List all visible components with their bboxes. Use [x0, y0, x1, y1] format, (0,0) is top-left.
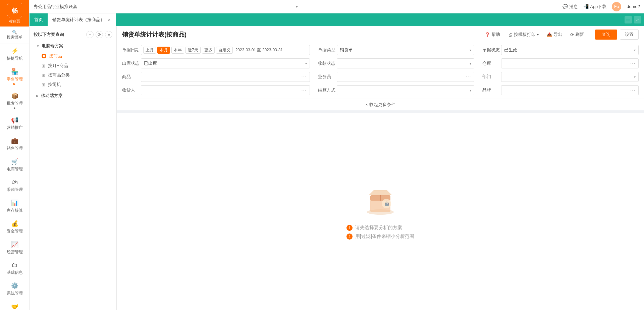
scheme-by-category[interactable]: ⊞ 按商品分类 — [36, 70, 116, 80]
tabbar-maximize-btn[interactable]: ⤢ — [634, 16, 641, 23]
sidebar-logo[interactable]: 畅 标账页 — [0, 0, 29, 27]
tabbar-minimize-btn[interactable]: — — [625, 16, 632, 23]
product-control[interactable]: ··· — [141, 72, 310, 82]
message-action[interactable]: 💬 消息 — [562, 4, 578, 10]
filter-product: 商品 ··· — [122, 72, 310, 82]
filter-date: 单据日期 上月 本月 本年 近7天 更多 自定义 2023-03-01 至 20… — [122, 45, 310, 55]
sidebar-item-marketing[interactable]: 📢 营销推广 — [0, 113, 29, 134]
scheme-by-product[interactable]: 按商品 — [36, 51, 116, 61]
sidebar-item-sales[interactable]: 💼 销售管理 — [0, 134, 29, 155]
help-icon: ❓ — [485, 32, 490, 37]
app-download-action[interactable]: 📲 App下载 — [583, 4, 606, 10]
brand-dots: ··· — [630, 87, 636, 93]
avatar-text: Ea — [614, 4, 619, 9]
empty-state: 🤖 1 请先选择要分析的方案 2 用[过滤]条件来缩小分析范围 — [117, 113, 644, 310]
more-btn[interactable]: 更多 — [202, 47, 215, 54]
operations-icon: 📈 — [11, 241, 18, 248]
scheme-by-month-product-label: 按月+商品 — [48, 63, 68, 69]
username[interactable]: demo2 — [627, 4, 640, 9]
scheme-category-icon: ⊞ — [42, 73, 45, 78]
filter-row-2: 出库状态 已出库 ▾ 收款状态 ▾ — [122, 58, 639, 68]
export-btn[interactable]: 📤 导出 — [544, 30, 565, 39]
brand-control[interactable]: ··· — [501, 85, 639, 95]
out-status-control[interactable]: 已出库 ▾ — [141, 58, 310, 68]
add-scheme-btn[interactable]: ＋ — [86, 31, 94, 38]
consignee-control[interactable]: ··· — [141, 85, 310, 95]
payment-control[interactable]: ▾ — [337, 85, 474, 95]
mobile-scheme-label: 移动端方案 — [41, 93, 63, 99]
this-year-btn[interactable]: 本年 — [171, 47, 184, 54]
query-button[interactable]: 查询 — [595, 30, 617, 40]
sidebar-item-system[interactable]: ⚙️ 系统管理 — [0, 279, 29, 300]
doc-status-caret-icon: ▾ — [634, 48, 636, 52]
left-panel-title: 按以下方案查询 — [34, 32, 64, 38]
doc-status-control[interactable]: 已生效 ▾ — [501, 45, 639, 55]
custom-btn[interactable]: 自定义 — [216, 47, 233, 54]
sidebar-ecommerce-label: 电商管理 — [7, 166, 23, 172]
print-btn[interactable]: 🖨 按模板打印 ▾ — [505, 30, 541, 39]
purchase-icon: 🛍 — [12, 179, 18, 186]
svg-marker-8 — [369, 190, 392, 195]
page-title: 销货单统计计表(按商品) — [122, 31, 186, 39]
sidebar-item-wholesale[interactable]: 📦 批发管理 ▲ — [0, 89, 29, 113]
svg-text:畅: 畅 — [12, 7, 18, 14]
sidebar-operations-label: 经营管理 — [7, 249, 23, 255]
wholesale-icon: 📦 — [11, 92, 18, 100]
filter-brand: 品牌 ··· — [482, 85, 639, 95]
topbar-dropdown-icon[interactable]: ▾ — [296, 4, 298, 9]
download-icon: 📲 — [583, 4, 589, 9]
empty-tip-1: 1 请先选择要分析的方案 — [346, 225, 414, 231]
sidebar-search-item[interactable]: 🔍 搜索菜单 — [0, 27, 29, 44]
filter-row-4: 收货人 ··· 结算方式 ▾ 品牌 — [122, 85, 639, 95]
filter-payment: 结算方式 ▾ — [318, 85, 474, 95]
message-label: 消息 — [569, 4, 578, 10]
product-label: 商品 — [122, 74, 141, 80]
sidebar-item-enterprise[interactable]: 🤝 企业协同 — [0, 300, 29, 310]
sidebar-item-quick-nav[interactable]: ⚡ 快捷导航 — [0, 44, 29, 65]
salesperson-control[interactable]: ··· — [337, 72, 474, 82]
date-range-control[interactable]: 上月 本月 本年 近7天 更多 自定义 2023-03-01 至 2023-03… — [141, 45, 310, 55]
user-avatar[interactable]: Ea — [612, 2, 621, 11]
settings-button[interactable]: 设置 — [620, 30, 639, 40]
desktop-scheme-label: 电脑端方案 — [42, 43, 63, 49]
tree-mobile-scheme[interactable]: ▶ 移动端方案 — [30, 91, 116, 101]
scheme-by-category-label: 按商品分类 — [48, 72, 70, 78]
department-label: 部门 — [482, 74, 501, 80]
collapse-panel-btn[interactable]: « — [105, 31, 112, 38]
retail-icon: 🏪 — [11, 68, 18, 75]
last-month-btn[interactable]: 上月 — [143, 47, 156, 54]
sidebar-system-label: 系统管理 — [7, 291, 23, 296]
tree-desktop-scheme[interactable]: ▼ 电脑端方案 — [30, 41, 116, 51]
content-wrapper: 销货单统计计表(按商品) ❓ 帮助 🖨 按模板打印 ▾ 📤 导出 — [117, 26, 644, 310]
sidebar-item-operations[interactable]: 📈 经营管理 — [0, 238, 29, 258]
sidebar-item-retail[interactable]: 🏪 零售管理 ▶ — [0, 65, 29, 89]
warehouse-control[interactable]: ··· — [501, 58, 639, 68]
scheme-by-cashier[interactable]: ⊞ 按司机 — [36, 80, 116, 89]
receipt-status-label: 收款状态 — [318, 60, 337, 66]
tab-home[interactable]: 首页 — [30, 13, 48, 26]
receipt-status-control[interactable]: ▾ — [337, 58, 474, 68]
refresh-scheme-btn[interactable]: ⟳ — [96, 31, 103, 38]
scheme-cashier-icon: ⊞ — [42, 82, 45, 87]
sidebar-item-purchase[interactable]: 🛍 采购管理 — [0, 175, 29, 196]
sidebar-item-ecommerce[interactable]: 🛒 电商管理 — [0, 155, 29, 175]
refresh-btn[interactable]: ⟳ 刷新 — [568, 30, 587, 39]
sidebar-item-basic[interactable]: 🗂 基础信息 — [0, 258, 29, 279]
sidebar-item-inventory[interactable]: 📊 库存核算 — [0, 196, 29, 217]
department-control[interactable]: ▾ — [501, 72, 639, 82]
action-divider — [591, 31, 591, 38]
tab-close-icon[interactable]: ✕ — [107, 17, 111, 22]
help-label: 帮助 — [491, 32, 500, 38]
export-label: 导出 — [553, 32, 562, 38]
sidebar-sales-label: 销售管理 — [7, 146, 23, 151]
doc-type-control[interactable]: 销货单 ▾ — [337, 45, 474, 55]
help-btn[interactable]: ❓ 帮助 — [482, 30, 503, 39]
salesperson-label: 业务员 — [318, 74, 337, 80]
scheme-by-month-product[interactable]: ⊞ 按月+商品 — [36, 61, 116, 70]
collapse-filter-btn[interactable]: ∧ 收起更多条件 — [117, 99, 644, 110]
last-7-days-btn[interactable]: 近7天 — [185, 47, 201, 54]
tab-home-label: 首页 — [34, 17, 43, 23]
this-month-btn[interactable]: 本月 — [157, 47, 170, 54]
sidebar-item-finance[interactable]: 💰 资金管理 — [0, 217, 29, 238]
tab-sales-stat[interactable]: 销货单统计计表（按商品） ✕ — [48, 13, 116, 26]
